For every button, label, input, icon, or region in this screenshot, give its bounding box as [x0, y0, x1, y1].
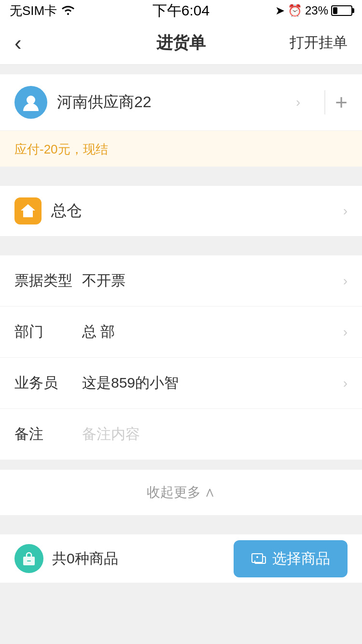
status-bar: 无SIM卡 下午6:04 ➤ ⏰ 23% — [0, 0, 362, 21]
remark-label: 备注 — [14, 424, 82, 444]
open-pending-button[interactable]: 打开挂单 — [290, 33, 348, 53]
supplier-row[interactable]: 河南供应商22 › + — [0, 74, 362, 131]
alarm-icon: ⏰ — [288, 4, 302, 17]
status-right: ➤ ⏰ 23% — [275, 4, 352, 17]
department-label: 部门 — [14, 322, 82, 342]
page-bg-fill — [0, 583, 362, 644]
content: 河南供应商22 › + 应付-20元，现结 总仓 › 票据类型 不开票 › — [0, 65, 362, 644]
supplier-avatar — [14, 86, 47, 119]
wifi-icon — [61, 3, 75, 18]
battery-icon — [331, 5, 352, 16]
invoice-chevron-icon: › — [343, 273, 348, 289]
back-button[interactable]: ‹ — [14, 31, 22, 55]
select-product-button[interactable]: 选择商品 — [234, 540, 348, 577]
supplier-name: 河南供应商22 — [57, 92, 296, 113]
notice-banner: 应付-20元，现结 — [0, 131, 362, 167]
form-row-salesperson[interactable]: 业务员 这是859的小智 › — [0, 358, 362, 409]
collapse-row[interactable]: 收起更多 ∧ — [0, 469, 362, 515]
product-icon — [14, 544, 43, 573]
form-row-remark[interactable]: 备注 备注内容 — [0, 409, 362, 460]
svg-point-0 — [27, 96, 35, 104]
add-supplier-button[interactable]: + — [335, 92, 348, 113]
product-count: 共0种商品 — [52, 549, 234, 569]
form-row-invoice[interactable]: 票据类型 不开票 › — [0, 255, 362, 307]
form-section: 票据类型 不开票 › 部门 总 部 › 业务员 这是859的小智 › 备注 备注… — [0, 255, 362, 460]
section-gap-4 — [0, 515, 362, 525]
bottom-bar: 共0种商品 选择商品 — [0, 534, 362, 583]
supplier-section: 河南供应商22 › + 应付-20元，现结 — [0, 74, 362, 167]
battery-percentage: 23% — [305, 4, 328, 17]
section-gap-1 — [0, 65, 362, 74]
department-value: 总 部 — [82, 322, 343, 342]
remark-input[interactable]: 备注内容 — [82, 424, 348, 444]
collapse-label: 收起更多 ∧ — [147, 483, 216, 502]
section-gap-2 — [0, 167, 362, 176]
location-icon: ➤ — [275, 4, 285, 17]
select-product-label: 选择商品 — [272, 549, 330, 569]
salesperson-label: 业务员 — [14, 373, 82, 393]
page-title: 进货单 — [156, 32, 206, 54]
warehouse-row[interactable]: 总仓 › — [0, 186, 362, 236]
supplier-chevron-icon: › — [296, 95, 300, 110]
form-row-department[interactable]: 部门 总 部 › — [0, 307, 362, 358]
carrier-label: 无SIM卡 — [10, 2, 57, 19]
invoice-value: 不开票 — [82, 271, 343, 291]
warehouse-label: 总仓 — [51, 200, 343, 222]
supplier-divider — [324, 90, 325, 114]
warehouse-icon — [14, 197, 42, 224]
salesperson-value: 这是859的小智 — [82, 373, 343, 393]
department-chevron-icon: › — [343, 324, 348, 340]
status-left: 无SIM卡 — [10, 2, 75, 19]
time-label: 下午6:04 — [153, 1, 209, 21]
notice-text: 应付-20元，现结 — [14, 142, 108, 156]
nav-bar: ‹ 进货单 打开挂单 — [0, 21, 362, 65]
section-gap-3 — [0, 236, 362, 246]
svg-rect-2 — [27, 560, 31, 561]
warehouse-chevron-icon: › — [343, 203, 348, 219]
invoice-label: 票据类型 — [14, 271, 82, 291]
salesperson-chevron-icon: › — [343, 376, 348, 391]
